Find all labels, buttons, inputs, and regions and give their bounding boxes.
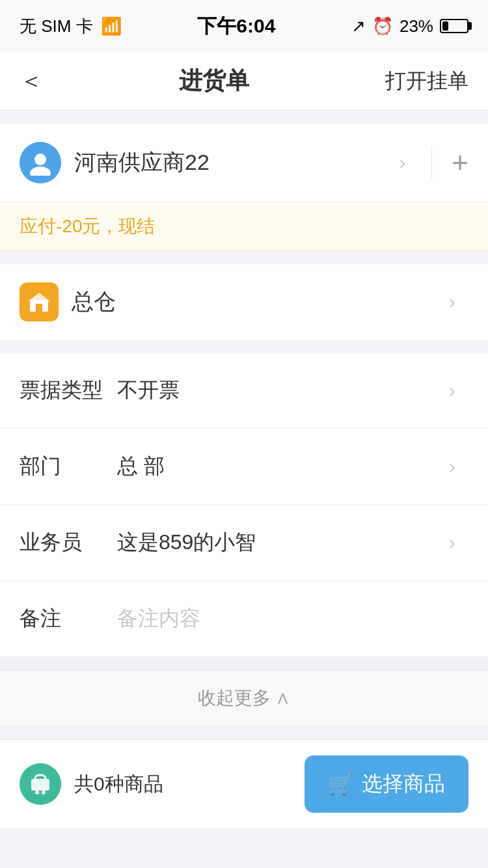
select-product-button[interactable]: 🛒 选择商品	[305, 755, 468, 813]
svg-point-0	[34, 154, 46, 165]
department-label: 部门	[20, 452, 104, 481]
status-right: ↗ ⏰ 23%	[351, 16, 468, 36]
svg-rect-4	[36, 304, 42, 312]
form-section: 票据类型 不开票 › 部门 总 部 › 业务员 这是859的小智 › 备注 备注…	[0, 353, 488, 657]
warehouse-chevron-icon: ›	[449, 291, 455, 313]
page-title: 进货单	[179, 65, 249, 97]
section-gap-1	[0, 111, 488, 124]
wifi-icon: 📶	[101, 16, 122, 36]
svg-point-7	[42, 791, 46, 794]
add-supplier-button[interactable]: +	[452, 146, 468, 179]
salesperson-row[interactable]: 业务员 这是859的小智 ›	[0, 505, 488, 581]
collapse-button[interactable]: 收起更多 ∧	[0, 670, 488, 726]
warehouse-row[interactable]: 总仓 ›	[0, 251, 488, 340]
status-time: 下午6:04	[197, 13, 275, 40]
notice-bar: 应付-20元，现结	[0, 202, 488, 251]
salesperson-label: 业务员	[20, 528, 104, 557]
svg-rect-5	[31, 779, 49, 791]
carrier-text: 无 SIM 卡	[20, 15, 93, 38]
supplier-row[interactable]: 河南供应商22 › +	[0, 124, 488, 202]
cart-icon	[20, 763, 61, 805]
select-product-label: 选择商品	[362, 770, 445, 798]
supplier-avatar	[20, 142, 61, 183]
location-icon: ↗	[351, 16, 366, 36]
open-pending-button[interactable]: 打开挂单	[385, 67, 468, 96]
invoice-type-row[interactable]: 票据类型 不开票 ›	[0, 353, 488, 429]
department-value: 总 部	[117, 452, 449, 481]
supplier-name: 河南供应商22	[74, 148, 399, 178]
product-count: 共0种商品	[74, 771, 305, 798]
supplier-chevron-icon: ›	[399, 152, 405, 174]
alarm-icon: ⏰	[372, 16, 393, 36]
department-row[interactable]: 部门 总 部 ›	[0, 429, 488, 505]
bottom-bar: 共0种商品 🛒 选择商品	[0, 739, 488, 828]
supplier-section: 河南供应商22 › + 应付-20元，现结	[0, 124, 488, 251]
select-product-icon: 🛒	[328, 772, 354, 796]
warehouse-name: 总仓	[72, 287, 449, 317]
warehouse-icon	[20, 282, 59, 321]
remark-input[interactable]: 备注内容	[117, 604, 468, 633]
invoice-type-label: 票据类型	[20, 376, 104, 405]
nav-bar: ＜ 进货单 打开挂单	[0, 52, 488, 111]
remark-label: 备注	[20, 604, 104, 633]
svg-point-6	[35, 791, 39, 794]
remark-row[interactable]: 备注 备注内容	[0, 581, 488, 657]
department-chevron-icon: ›	[449, 455, 455, 478]
status-bar: 无 SIM 卡 📶 下午6:04 ↗ ⏰ 23%	[0, 0, 488, 52]
invoice-chevron-icon: ›	[449, 379, 455, 401]
background-fill	[0, 828, 488, 868]
vertical-divider	[431, 146, 432, 179]
back-button[interactable]: ＜	[20, 65, 43, 97]
svg-point-1	[30, 167, 51, 176]
notice-text: 应付-20元，现结	[20, 216, 155, 236]
svg-marker-3	[28, 293, 50, 301]
status-carrier: 无 SIM 卡 📶	[20, 15, 122, 38]
battery-icon	[440, 19, 468, 33]
battery-percentage: 23%	[400, 16, 433, 36]
salesperson-chevron-icon: ›	[449, 532, 455, 554]
salesperson-value: 这是859的小智	[117, 528, 449, 557]
invoice-type-value: 不开票	[117, 376, 449, 405]
